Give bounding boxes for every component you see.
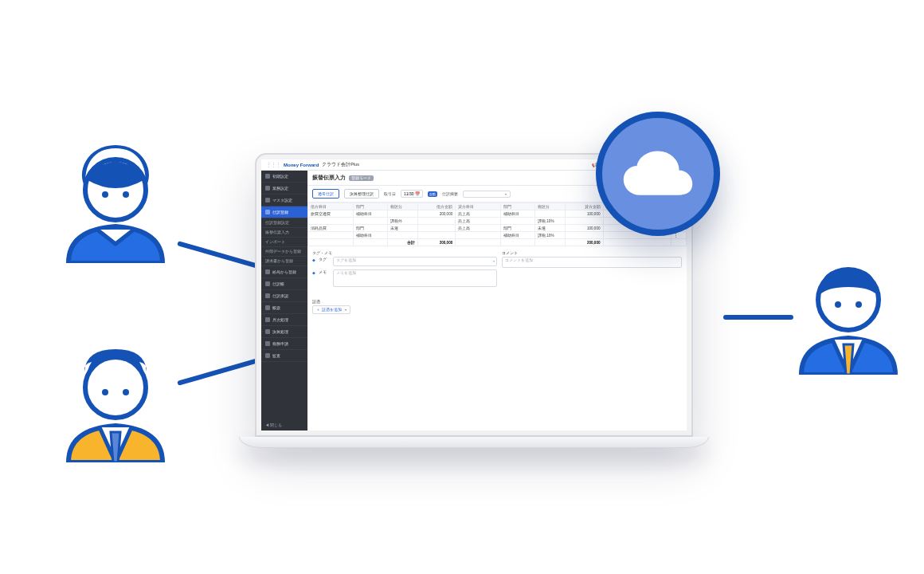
- svg-point-7: [835, 301, 841, 308]
- svg-point-5: [123, 389, 129, 395]
- svg-point-1: [102, 191, 108, 198]
- grid-total-cell: [354, 239, 388, 246]
- grid-total-cell: [535, 239, 566, 246]
- grid-header: 税区分: [535, 203, 566, 210]
- sidebar-item-label: 仕訳登録設定: [265, 221, 289, 225]
- sidebar-item-label: 監査: [272, 353, 280, 358]
- sidebar-item-label: マスタ設定: [272, 198, 292, 202]
- sidebar-item[interactable]: 給与から登録: [261, 266, 307, 278]
- grid-total-cell: 200,000: [417, 239, 456, 246]
- grid-header: 貸方金額: [566, 203, 604, 210]
- grid-total-cell: 200,000: [566, 239, 604, 246]
- laptop-base: [239, 437, 709, 448]
- date-input[interactable]: 11/30 📅: [401, 190, 423, 198]
- sidebar-item-label: 外部データから登録: [265, 250, 301, 254]
- page-title: 振替伝票入力: [312, 174, 346, 182]
- sidebar-icon: [265, 293, 270, 298]
- grid-total-cell: [308, 239, 354, 246]
- grid-row[interactable]: 補助科目補助科目課税.10%⋮: [308, 232, 687, 239]
- tab-closing[interactable]: 決算整理仕訳: [344, 189, 379, 199]
- memo-input[interactable]: メモを追加: [333, 269, 497, 287]
- grid-total-cell: [456, 239, 501, 246]
- grid-header: 税区分: [387, 203, 417, 210]
- svg-point-8: [855, 301, 862, 308]
- person-left-bottom: [61, 343, 170, 462]
- person-right: [793, 255, 903, 375]
- sidebar-collapse[interactable]: ◀ 閉じる: [261, 420, 307, 431]
- sidebar-icon: [265, 210, 270, 214]
- summary-select[interactable]: [463, 191, 511, 198]
- tag-label: タグ: [319, 257, 330, 261]
- person-left-top: [61, 144, 170, 263]
- svg-point-4: [102, 389, 108, 395]
- sidebar-item-label: インポート: [265, 240, 285, 244]
- tag-memo-heading: タグ・メモ: [307, 246, 497, 257]
- brand-name: Money Forward: [284, 163, 319, 167]
- sidebar-item-label: 業務設定: [272, 186, 288, 191]
- sidebar-item-label: 請求書から登録: [265, 259, 293, 263]
- sidebar-item[interactable]: 決算処理: [261, 326, 307, 338]
- sidebar-item[interactable]: 監査: [261, 350, 307, 362]
- sidebar-item[interactable]: 外部データから登録: [261, 247, 307, 257]
- sidebar-item[interactable]: 仕訳登録: [261, 206, 307, 218]
- sidebar-item[interactable]: 帳票: [261, 302, 307, 314]
- page-mode-chip: 登録モード: [349, 175, 374, 181]
- sidebar-item[interactable]: インポート: [261, 238, 307, 247]
- sidebar-icon: [265, 269, 270, 274]
- date-label: 取引日: [384, 191, 396, 196]
- sidebar-item-label: 給与から登録: [272, 269, 296, 274]
- brand-product: クラウド会計Plus: [322, 162, 359, 167]
- sidebar-item[interactable]: 仕訳帳: [261, 278, 307, 290]
- grid-total-cell: [603, 239, 671, 246]
- memo-label: メモ: [319, 269, 330, 274]
- cloud-icon: [621, 150, 695, 198]
- window-dots-icon: ⋮⋮⋮: [266, 162, 280, 168]
- sidebar-item-label: 税務申請: [272, 341, 288, 346]
- sidebar-item-label: 初期設定: [272, 174, 288, 179]
- grid-header: 借方金額: [417, 203, 456, 210]
- comment-heading: コメント: [497, 246, 687, 257]
- tag-input[interactable]: タグを追加▾: [333, 257, 497, 266]
- sidebar-icon: [265, 341, 270, 346]
- sidebar-item[interactable]: 初期設定: [261, 171, 307, 183]
- grid-header: 部門: [354, 203, 388, 210]
- sidebar-icon: [265, 281, 270, 286]
- sidebar-icon: [265, 305, 270, 310]
- comment-input[interactable]: コメントを追加: [502, 257, 682, 268]
- svg-point-3: [85, 357, 146, 418]
- sidebar-item-label: 仕訳登録: [272, 210, 288, 214]
- sidebar-item[interactable]: 仕訳承認: [261, 290, 307, 302]
- sidebar-item[interactable]: 仕訳登録設定: [261, 218, 307, 228]
- cloud-badge: [596, 112, 720, 236]
- sidebar-item[interactable]: 月次処理: [261, 314, 307, 326]
- sidebar-icon: [265, 186, 270, 191]
- sidebar-item-label: 仕訳帳: [272, 281, 284, 286]
- connector-line: [723, 315, 793, 320]
- sidebar-item[interactable]: 振替伝票入力: [261, 228, 307, 238]
- grid-header: 部門: [501, 203, 535, 210]
- sidebar-icon: [265, 353, 270, 358]
- sidebar-item[interactable]: マスタ設定: [261, 195, 307, 206]
- grid-total-cell: [501, 239, 535, 246]
- auto-chip: 自動: [428, 191, 437, 197]
- sidebar-item-label: 決算処理: [272, 329, 288, 334]
- sidebar-icon: [265, 198, 270, 202]
- sidebar-item[interactable]: 請求書から登録: [261, 257, 307, 266]
- sidebar-item[interactable]: 税務申請: [261, 338, 307, 350]
- sidebar-item-label: 帳票: [272, 305, 280, 310]
- grid-total-cell: [671, 239, 687, 246]
- grid-header: 借方科目: [308, 203, 354, 210]
- sidebar: 初期設定業務設定マスタ設定仕訳登録仕訳登録設定振替伝票入力インポート外部データか…: [261, 171, 307, 431]
- sidebar-icon: [265, 174, 270, 179]
- bullet-icon: ◆: [312, 269, 315, 276]
- attach-button[interactable]: ＋証憑を追加: [312, 305, 350, 314]
- tab-normal[interactable]: 通常仕訳: [312, 189, 339, 199]
- attach-heading: 証憑: [312, 295, 682, 305]
- sidebar-item[interactable]: 業務設定: [261, 183, 307, 195]
- grid-total-cell: 合計: [387, 239, 417, 246]
- sidebar-item-label: 仕訳承認: [272, 293, 288, 298]
- grid-header: 貸方科目: [456, 203, 501, 210]
- sidebar-icon: [265, 317, 270, 322]
- svg-point-2: [123, 191, 129, 198]
- summary-label: 仕訳摘要: [442, 191, 458, 196]
